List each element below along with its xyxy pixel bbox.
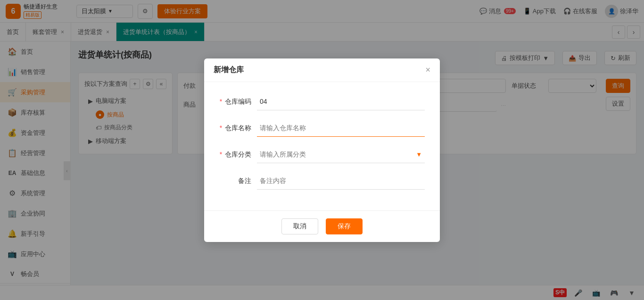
warehouse-remark-label: 备注 [219, 177, 257, 185]
cancel-button[interactable]: 取消 [281, 218, 318, 234]
dialog-title: 新增仓库 [214, 65, 244, 75]
warehouse-code-row: * 仓库编码 [219, 93, 425, 110]
required-star-2: * [220, 124, 222, 132]
warehouse-name-input[interactable] [257, 120, 425, 137]
dialog-footer: 取消 保存 [204, 210, 440, 242]
warehouse-category-row: * 仓库分类 ▼ [219, 146, 425, 163]
warehouse-name-label: * 仓库名称 [219, 124, 257, 133]
category-dropdown-icon: ▼ [416, 151, 422, 158]
warehouse-category-input[interactable] [260, 150, 416, 158]
dialog-close-button[interactable]: × [425, 66, 430, 74]
modal-overlay[interactable]: 新增仓库 × * 仓库编码 * 仓库名称 [0, 0, 644, 300]
dialog-body: * 仓库编码 * 仓库名称 * 仓库分类 [204, 82, 440, 210]
warehouse-name-row: * 仓库名称 [219, 120, 425, 137]
save-button[interactable]: 保存 [326, 218, 363, 234]
dialog-new-warehouse: 新增仓库 × * 仓库编码 * 仓库名称 [204, 58, 440, 242]
warehouse-category-label: * 仓库分类 [219, 150, 257, 159]
required-star-3: * [220, 150, 222, 158]
dialog-header: 新增仓库 × [204, 58, 440, 82]
warehouse-remark-row: 备注 [219, 173, 425, 190]
warehouse-code-input[interactable] [257, 93, 425, 110]
warehouse-remark-input[interactable] [257, 173, 425, 190]
required-star-1: * [220, 98, 222, 105]
warehouse-category-select-wrap[interactable]: ▼ [257, 146, 425, 163]
warehouse-code-label: * 仓库编码 [219, 98, 257, 106]
